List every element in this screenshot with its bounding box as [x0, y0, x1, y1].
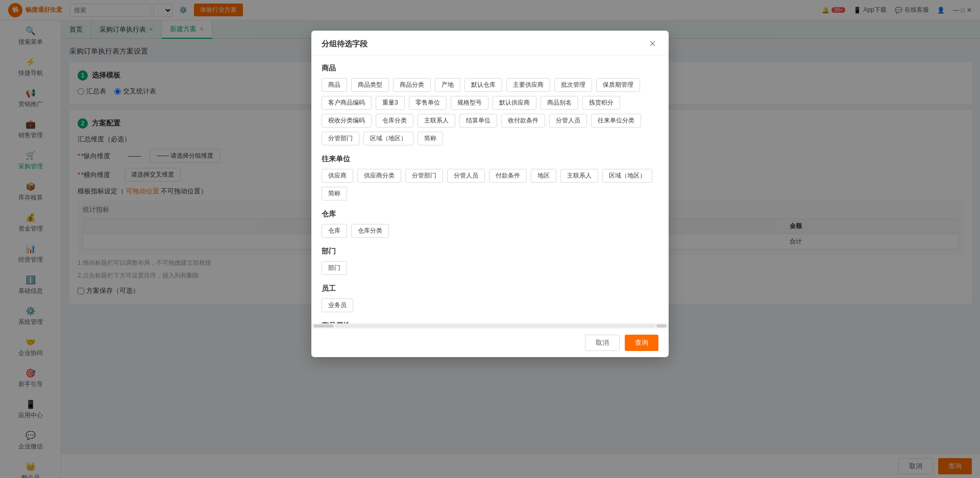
field-partner-dept[interactable]: 分管部门 — [405, 169, 443, 183]
field-default-warehouse[interactable]: 默认仓库 — [464, 78, 502, 92]
section-employee-fields: 业务员 — [322, 298, 658, 312]
field-retail-unit[interactable]: 零售单位 — [409, 96, 447, 110]
section-employee-title: 员工 — [322, 284, 658, 293]
dialog-close-button[interactable]: ✕ — [646, 38, 658, 50]
field-spec-model[interactable]: 规格型号 — [451, 96, 488, 110]
field-goods-type[interactable]: 商品类型 — [351, 78, 389, 92]
field-region[interactable]: 区域（地区） — [363, 132, 413, 145]
field-pick-points[interactable]: 拣货积分 — [582, 96, 620, 110]
field-partner-manager[interactable]: 分管人员 — [447, 169, 485, 183]
field-payment-terms[interactable]: 收付款条件 — [501, 114, 545, 128]
section-warehouse-title: 仓库 — [322, 210, 658, 219]
field-settlement-unit[interactable]: 结算单位 — [459, 114, 497, 128]
section-dept: 部门 部门 — [322, 247, 658, 275]
field-supplier-cat[interactable]: 供应商分类 — [357, 169, 401, 183]
field-main-contact[interactable]: 主联系人 — [418, 114, 455, 128]
field-area[interactable]: 地区 — [531, 169, 556, 183]
field-customer-code[interactable]: 客户商品编码 — [322, 96, 372, 110]
field-select-dialog: 分组待选字段 ✕ 商品 商品 商品类型 商品分类 产地 默认仓库 主要供应商 批… — [311, 31, 669, 357]
section-partner-fields: 供应商 供应商分类 分管部门 分管人员 付款条件 地区 主联系人 区域（地区） … — [322, 169, 658, 200]
field-dept[interactable]: 分管部门 — [322, 132, 359, 145]
modal-overlay: 分组待选字段 ✕ 商品 商品 商品类型 商品分类 产地 默认仓库 主要供应商 批… — [0, 0, 980, 478]
section-dept-title: 部门 — [322, 247, 658, 256]
section-partner: 往来单位 供应商 供应商分类 分管部门 分管人员 付款条件 地区 主联系人 区域… — [322, 155, 658, 200]
cancel-button[interactable]: 取消 — [585, 335, 620, 351]
field-partner-contact[interactable]: 主联系人 — [560, 169, 598, 183]
field-supplier[interactable]: 供应商 — [322, 169, 353, 183]
field-warehouse-cat[interactable]: 仓库分类 — [376, 114, 413, 128]
field-department[interactable]: 部门 — [322, 261, 347, 275]
field-short-name[interactable]: 简称 — [418, 132, 443, 145]
dialog-footer: 取消 查询 — [311, 328, 669, 357]
field-origin[interactable]: 产地 — [435, 78, 460, 92]
field-payment-cond[interactable]: 付款条件 — [489, 169, 527, 183]
field-shelf-life[interactable]: 保质期管理 — [596, 78, 640, 92]
dialog-body[interactable]: 商品 商品 商品类型 商品分类 产地 默认仓库 主要供应商 批次管理 保质期管理… — [311, 56, 669, 323]
section-dept-fields: 部门 — [322, 261, 658, 275]
field-manager[interactable]: 分管人员 — [549, 114, 587, 128]
field-partner-region[interactable]: 区域（地区） — [602, 169, 652, 183]
field-partner-cat[interactable]: 往来单位分类 — [591, 114, 641, 128]
field-batch-mgmt[interactable]: 批次管理 — [554, 78, 592, 92]
section-warehouse: 仓库 仓库 仓库分类 — [322, 210, 658, 238]
field-weight3[interactable]: 重量3 — [376, 96, 405, 110]
field-main-supplier[interactable]: 主要供应商 — [506, 78, 550, 92]
section-goods-fields: 商品 商品类型 商品分类 产地 默认仓库 主要供应商 批次管理 保质期管理 客户… — [322, 78, 658, 145]
field-goods-category[interactable]: 商品分类 — [393, 78, 431, 92]
field-tax-code[interactable]: 税收分类编码 — [322, 114, 372, 128]
field-warehouse-type[interactable]: 仓库分类 — [351, 224, 389, 238]
section-partner-title: 往来单位 — [322, 155, 658, 164]
section-goods: 商品 商品 商品类型 商品分类 产地 默认仓库 主要供应商 批次管理 保质期管理… — [322, 64, 658, 145]
field-default-supplier[interactable]: 默认供应商 — [493, 96, 536, 110]
field-warehouse[interactable]: 仓库 — [322, 224, 347, 238]
confirm-button[interactable]: 查询 — [625, 335, 658, 351]
field-goods[interactable]: 商品 — [322, 78, 347, 92]
field-partner-short[interactable]: 简称 — [322, 187, 347, 200]
field-salesperson[interactable]: 业务员 — [322, 298, 353, 312]
dialog-title: 分组待选字段 — [322, 39, 368, 49]
dialog-hscroll[interactable] — [311, 323, 669, 328]
section-warehouse-fields: 仓库 仓库分类 — [322, 224, 658, 238]
section-employee: 员工 业务员 — [322, 284, 658, 312]
field-goods-alias[interactable]: 商品别名 — [541, 96, 578, 110]
section-goods-title: 商品 — [322, 64, 658, 73]
dialog-header: 分组待选字段 ✕ — [311, 31, 669, 56]
